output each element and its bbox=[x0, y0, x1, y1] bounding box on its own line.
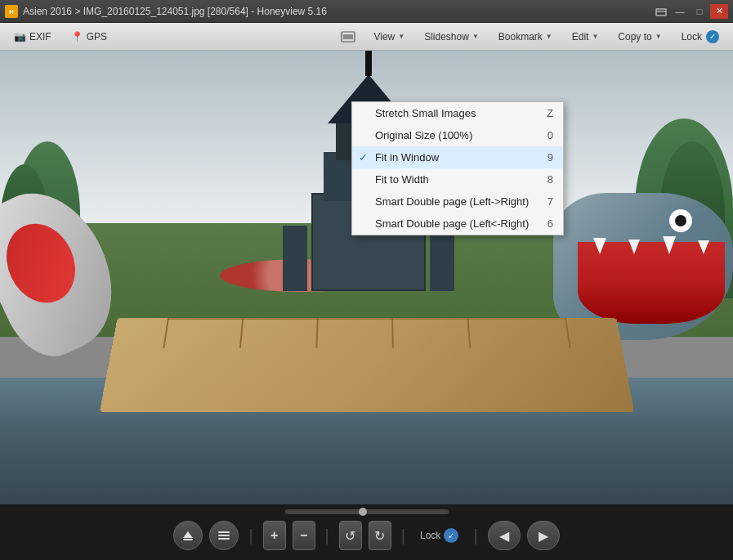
bridge-post-5 bbox=[467, 318, 471, 347]
controls-separator-4: | bbox=[473, 526, 477, 545]
lock-button[interactable]: Lock ✓ bbox=[674, 27, 726, 47]
image-area: Stretch Small Images Z Original Size (10… bbox=[0, 51, 733, 504]
temple-tower-right bbox=[430, 226, 454, 291]
rotate-right-button[interactable]: ↻ bbox=[369, 521, 391, 550]
creature-eye bbox=[669, 209, 692, 232]
menu-item-original-shortcut: 0 bbox=[548, 129, 553, 141]
eject-button[interactable] bbox=[173, 521, 203, 550]
tooth2 bbox=[628, 240, 640, 254]
titlebar: H Asien 2016 > IMG_20160125_124051.jpg [… bbox=[0, 0, 733, 23]
menu-item-fit-width[interactable]: Fit to Width 8 bbox=[352, 168, 563, 190]
bookmark-button[interactable]: Bookmark ▼ bbox=[491, 28, 560, 46]
svg-rect-2 bbox=[656, 9, 666, 16]
app-icon: H bbox=[5, 5, 18, 18]
svg-marker-6 bbox=[183, 531, 193, 538]
slideshow-arrow-icon: ▼ bbox=[472, 33, 479, 40]
menu-item-stretch-shortcut: Z bbox=[547, 107, 553, 119]
edit-label: Edit bbox=[572, 31, 589, 43]
controls-separator-1: | bbox=[248, 526, 253, 545]
svg-text:H: H bbox=[9, 8, 14, 16]
zoom-out-button[interactable]: − bbox=[293, 521, 315, 550]
window-title: Asien 2016 > IMG_20160125_124051.jpg [28… bbox=[23, 6, 327, 17]
menu-item-smart-rl-label: Smart Double page (Left<-Right) bbox=[375, 217, 529, 230]
controls-separator-2: | bbox=[325, 526, 329, 545]
lock-checkmark-icon: ✓ bbox=[448, 531, 454, 540]
menu-item-stretch[interactable]: Stretch Small Images Z bbox=[352, 102, 563, 124]
slider-thumb[interactable] bbox=[359, 508, 367, 516]
menu-item-smart-lr[interactable]: Smart Double page (Left->Right) 7 bbox=[352, 190, 563, 213]
temple-spire bbox=[365, 51, 372, 76]
edit-button[interactable]: Edit ▼ bbox=[565, 28, 606, 46]
window-controls: — □ ✕ bbox=[653, 4, 728, 19]
menu-item-fit-window[interactable]: ✓ Fit in Window 9 bbox=[352, 146, 563, 168]
view-icon-btn[interactable] bbox=[335, 28, 361, 46]
bookmark-arrow-icon: ▼ bbox=[546, 33, 552, 40]
slideshow-label: Slideshow bbox=[424, 31, 469, 43]
menu-item-original-label: Original Size (100%) bbox=[375, 129, 472, 141]
copyto-button[interactable]: Copy to ▼ bbox=[610, 28, 668, 46]
toolbar: 📷 EXIF 📍 GPS View ▼ Slideshow ▼ Bookmark… bbox=[0, 23, 733, 51]
lock-label: Lock bbox=[682, 31, 702, 43]
menu-item-fit-window-shortcut: 9 bbox=[548, 151, 553, 164]
window-icon-btn bbox=[653, 4, 669, 19]
menu-item-fit-width-shortcut: 8 bbox=[548, 173, 553, 186]
svg-rect-7 bbox=[183, 539, 193, 540]
svg-rect-5 bbox=[343, 34, 353, 39]
tooth4 bbox=[698, 240, 709, 254]
view-arrow-icon: ▼ bbox=[398, 33, 404, 40]
next-button[interactable]: ▶ bbox=[527, 521, 560, 550]
creature-teeth-top bbox=[582, 238, 721, 254]
menu-item-smart-rl-shortcut: 6 bbox=[548, 217, 553, 230]
bridge-post-4 bbox=[391, 318, 394, 347]
bridge-post-2 bbox=[239, 318, 243, 347]
view-button[interactable]: View ▼ bbox=[366, 28, 412, 46]
edit-arrow-icon: ▼ bbox=[592, 33, 598, 40]
copyto-arrow-icon: ▼ bbox=[655, 33, 662, 40]
lock-text-label: Lock bbox=[420, 530, 440, 541]
rotate-left-button[interactable]: ↺ bbox=[339, 521, 362, 550]
close-button[interactable]: ✕ bbox=[710, 4, 728, 19]
image-slider[interactable] bbox=[285, 509, 449, 514]
bookmark-label: Bookmark bbox=[498, 31, 543, 43]
bridge bbox=[110, 307, 623, 405]
tooth3 bbox=[663, 236, 676, 254]
menu-item-fit-width-label: Fit to Width bbox=[375, 173, 429, 186]
menu-item-smart-lr-label: Smart Double page (Left->Right) bbox=[375, 195, 529, 208]
tooth1 bbox=[593, 238, 606, 254]
maximize-button[interactable]: □ bbox=[691, 4, 708, 19]
controls-row: | + − | ↺ ↻ | Lock ✓ | ◀ ▶ bbox=[173, 521, 559, 550]
view-dropdown-menu: Stretch Small Images Z Original Size (10… bbox=[351, 101, 564, 235]
lock-control[interactable]: Lock ✓ bbox=[415, 525, 463, 546]
zoom-in-button[interactable]: + bbox=[263, 521, 286, 550]
prev-button[interactable]: ◀ bbox=[488, 521, 521, 550]
menu-item-smart-rl[interactable]: Smart Double page (Left<-Right) 6 bbox=[352, 213, 563, 235]
prev-icon: ◀ bbox=[499, 528, 509, 544]
camera-icon: 📷 bbox=[14, 31, 26, 43]
menu-button[interactable] bbox=[209, 521, 239, 550]
zoom-in-icon: + bbox=[270, 528, 278, 543]
titlebar-left: H Asien 2016 > IMG_20160125_124051.jpg [… bbox=[5, 5, 327, 18]
menu-item-smart-lr-shortcut: 7 bbox=[548, 195, 553, 208]
zoom-out-icon: − bbox=[300, 528, 307, 543]
gps-button[interactable]: 📍 GPS bbox=[64, 28, 114, 46]
controls-separator-3: | bbox=[401, 526, 405, 545]
checkmark-icon: ✓ bbox=[359, 151, 368, 164]
bridge-surface bbox=[99, 318, 633, 411]
gps-label: GPS bbox=[87, 31, 107, 43]
bridge-post-6 bbox=[565, 318, 570, 347]
temple-tower-left bbox=[283, 226, 307, 291]
rotate-left-icon: ↺ bbox=[345, 528, 355, 544]
slideshow-button[interactable]: Slideshow ▼ bbox=[417, 28, 486, 46]
copyto-label: Copy to bbox=[618, 31, 651, 43]
lock-check-circle: ✓ bbox=[444, 528, 458, 543]
view-label: View bbox=[373, 31, 395, 43]
bottom-bar: | + − | ↺ ↻ | Lock ✓ | ◀ ▶ bbox=[0, 504, 733, 560]
rotate-right-icon: ↻ bbox=[374, 528, 385, 544]
menu-item-stretch-label: Stretch Small Images bbox=[375, 107, 476, 119]
menu-item-original[interactable]: Original Size (100%) 0 bbox=[352, 124, 563, 146]
next-icon: ▶ bbox=[539, 528, 548, 544]
lock-check-icon: ✓ bbox=[706, 30, 719, 43]
minimize-button[interactable]: — bbox=[671, 4, 689, 19]
exif-button[interactable]: 📷 EXIF bbox=[7, 28, 59, 46]
bridge-railing bbox=[167, 318, 566, 320]
